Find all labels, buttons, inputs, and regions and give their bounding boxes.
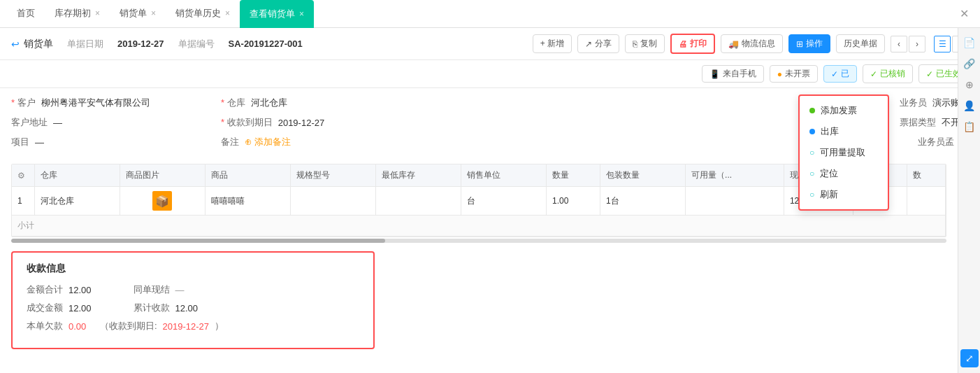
take-qty-icon: ○ bbox=[809, 148, 814, 157]
horizontal-scrollbar[interactable] bbox=[11, 239, 946, 243]
effective-icon: ✓ bbox=[926, 69, 933, 79]
row-min-stock bbox=[375, 187, 461, 216]
phone-icon: 📱 bbox=[709, 69, 720, 79]
staff-label: 业务员 bbox=[900, 97, 927, 109]
cumulative-payment: 累计收款 12.00 bbox=[134, 302, 199, 314]
take-qty-item[interactable]: ○ 可用量提取 bbox=[800, 142, 888, 163]
scroll-thumb bbox=[11, 239, 385, 243]
logistics-icon: 🚚 bbox=[728, 39, 739, 49]
row-index: 1 bbox=[12, 187, 34, 216]
add-note-button[interactable]: ⊕ 添加备注 bbox=[245, 136, 291, 148]
tab-view-sales[interactable]: 查看销货单 × bbox=[240, 0, 314, 28]
due-amount: 本单欠款 0.00 （收款到期日: 2019-12-27 ） bbox=[27, 320, 224, 332]
tab-bar: 首页 库存期初 × 销货单 × 销货单历史 × 查看销货单 × ✕ bbox=[0, 0, 980, 28]
share-button[interactable]: ↗ 分享 bbox=[577, 34, 619, 53]
date-value: 2019-12-27 bbox=[117, 38, 164, 49]
add-invoice-label: 添加发票 bbox=[821, 104, 857, 117]
second-action-row: 📱 来自手机 ● 未开票 ✓ 已 ✓ 已核销 ✓ 已生效 bbox=[0, 60, 980, 88]
sidebar-add-icon[interactable]: ⊕ bbox=[960, 76, 979, 94]
project-label: 项目 bbox=[11, 136, 29, 148]
row-image: 📦 bbox=[120, 187, 205, 216]
row-amount bbox=[907, 187, 946, 216]
tab-sales-history[interactable]: 销货单历史 × bbox=[166, 0, 240, 28]
warehouse-col: 仓库 bbox=[34, 164, 120, 187]
address-value: — bbox=[53, 118, 62, 128]
min-stock-col: 最低库存 bbox=[375, 164, 461, 187]
deal-amount: 成交金额 12.00 bbox=[27, 302, 92, 314]
operations-icon: ⊞ bbox=[796, 39, 803, 49]
locate-item[interactable]: ○ 定位 bbox=[800, 163, 888, 184]
history-button[interactable]: 历史单据 bbox=[836, 34, 885, 53]
sidebar-expand-icon[interactable]: ⤢ bbox=[960, 349, 979, 367]
amount-col: 数 bbox=[907, 164, 946, 187]
payment-info-row-3: 本单欠款 0.00 （收款到期日: 2019-12-27 ） bbox=[27, 320, 359, 332]
tab-close-inventory[interactable]: × bbox=[95, 8, 100, 18]
row-available bbox=[686, 187, 784, 216]
out-stock-item[interactable]: 出库 bbox=[800, 121, 888, 142]
sidebar-user-icon[interactable]: 👤 bbox=[960, 97, 979, 115]
available-col: 可用量（... bbox=[686, 164, 784, 187]
locate-icon: ○ bbox=[809, 169, 814, 178]
tab-inventory-init[interactable]: 库存期初 × bbox=[45, 0, 110, 28]
row-pack-qty: 1台 bbox=[600, 187, 685, 216]
tab-home[interactable]: 首页 bbox=[7, 0, 45, 28]
copy-icon: ⎘ bbox=[633, 39, 637, 49]
ticket-icon: ● bbox=[777, 69, 782, 79]
invoice-label: 票据类型 bbox=[900, 116, 936, 129]
warehouse-label: 仓库 bbox=[221, 97, 245, 109]
settings-icon[interactable]: ⚙ bbox=[17, 171, 25, 181]
list-view-btn[interactable]: ☰ bbox=[934, 36, 951, 52]
payment-date-field: 收款到期日 2019-12-27 bbox=[221, 116, 361, 129]
right-sidebar: 📄 🔗 ⊕ 👤 📋 ⤢ bbox=[958, 28, 980, 373]
locate-label: 定位 bbox=[820, 167, 838, 180]
tab-close-view[interactable]: × bbox=[299, 9, 304, 19]
qty-col: 数量 bbox=[546, 164, 600, 187]
not-open-ticket-button[interactable]: ● 未开票 bbox=[770, 65, 818, 83]
add-invoice-item[interactable]: 添加发票 bbox=[800, 100, 888, 121]
row-spec bbox=[290, 187, 375, 216]
tab-close-history[interactable]: × bbox=[225, 8, 230, 18]
out-stock-dot bbox=[809, 129, 815, 134]
cancelled-button[interactable]: ✓ 已核销 bbox=[863, 64, 913, 83]
tab-close-sales[interactable]: × bbox=[151, 8, 156, 18]
copy-button[interactable]: ⎘ 复制 bbox=[625, 34, 665, 53]
doc-icon: ↩ bbox=[11, 38, 20, 50]
confirm-button[interactable]: ✓ 已 bbox=[823, 65, 857, 83]
sidebar-link-icon[interactable]: 🔗 bbox=[960, 55, 979, 73]
tab-sales-order[interactable]: 销货单 × bbox=[110, 0, 166, 28]
subtotal-label: 小计 bbox=[12, 216, 946, 237]
sidebar-list-icon[interactable]: 📋 bbox=[960, 118, 979, 136]
add-invoice-dot bbox=[809, 108, 815, 113]
number-value: SA-20191227-001 bbox=[229, 38, 303, 49]
add-icon: ⊕ bbox=[245, 136, 252, 147]
nav-arrows: ‹ › bbox=[891, 36, 925, 52]
refresh-item[interactable]: ○ 刷新 bbox=[800, 184, 888, 205]
note-label: 备注 bbox=[221, 136, 239, 148]
total-amount: 金额合计 12.00 bbox=[27, 283, 92, 296]
print-button[interactable]: 🖨 打印 bbox=[670, 34, 715, 54]
payment-date-label: 收款到期日 bbox=[221, 116, 273, 129]
payment-info-section: 收款信息 金额合计 12.00 同单现结 — 成交金额 12.00 累计收款 bbox=[11, 251, 375, 349]
from-phone-button[interactable]: 📱 来自手机 bbox=[702, 65, 764, 83]
same-order: 同单现结 — bbox=[134, 283, 185, 296]
payment-info-row-2: 成交金额 12.00 累计收款 12.00 bbox=[27, 302, 359, 314]
close-all-tabs[interactable]: ✕ bbox=[956, 7, 973, 20]
prev-arrow[interactable]: ‹ bbox=[891, 36, 907, 52]
cancelled-icon: ✓ bbox=[870, 69, 877, 79]
warehouse-value: 河北仓库 bbox=[251, 97, 287, 109]
subtotal-row: 小计 bbox=[12, 216, 946, 237]
row-unit: 台 bbox=[461, 187, 546, 216]
logistics-button[interactable]: 🚚 物流信息 bbox=[721, 34, 783, 53]
new-button[interactable]: + 新增 bbox=[533, 34, 572, 53]
project-value: — bbox=[35, 137, 44, 148]
product-image: 📦 bbox=[152, 191, 172, 211]
confirm-icon: ✓ bbox=[831, 69, 838, 79]
sidebar-doc-icon[interactable]: 📄 bbox=[960, 34, 979, 52]
next-arrow[interactable]: › bbox=[909, 36, 925, 52]
operations-button[interactable]: ⊞ 操作 bbox=[788, 34, 830, 53]
customer-field: 客户 柳州粤港平安气体有限公司 bbox=[11, 97, 151, 109]
doc-actions: + 新增 ↗ 分享 ⎘ 复制 🖨 打印 🚚 物流信息 bbox=[533, 34, 969, 54]
print-icon: 🖨 bbox=[679, 39, 687, 49]
spec-col: 规格型号 bbox=[290, 164, 375, 187]
document-header: ↩ 销货单 单据日期 2019-12-27 单据编号 SA-20191227-0… bbox=[0, 28, 980, 60]
